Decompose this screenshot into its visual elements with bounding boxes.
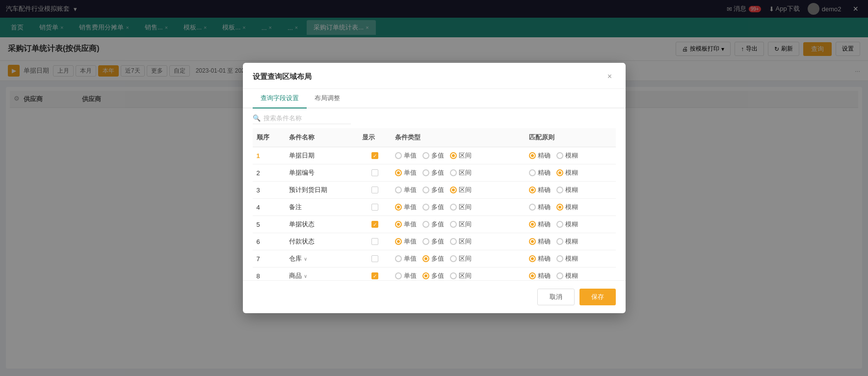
type-radio-单值[interactable]: 单值 xyxy=(395,220,417,229)
row-name: 预计到货日期 xyxy=(285,182,358,199)
match-radio-group: 精确模糊 xyxy=(529,254,611,263)
row-match-cell: 精确模糊 xyxy=(525,164,615,182)
search-input[interactable] xyxy=(263,114,351,122)
type-radio-区间[interactable]: 区间 xyxy=(450,254,472,263)
match-radio-模糊[interactable]: 模糊 xyxy=(556,151,578,160)
type-radio-区间[interactable]: 区间 xyxy=(450,237,472,246)
row-order: 4 xyxy=(253,199,286,216)
match-radio-group: 精确模糊 xyxy=(529,186,611,194)
save-button[interactable]: 保存 xyxy=(579,289,616,305)
type-radio-区间[interactable]: 区间 xyxy=(450,151,472,160)
row-name: 付款状态 xyxy=(285,233,358,250)
modal-table-head: 顺序 条件名称 显示 条件类型 匹配原则 xyxy=(253,128,616,147)
modal-header: 设置查询区域布局 × xyxy=(243,63,626,89)
type-radio-group: 单值多值区间 xyxy=(395,203,521,212)
row-checkbox[interactable] xyxy=(371,238,378,245)
table-row: 7仓库 ∨单值多值区间精确模糊 xyxy=(253,250,616,268)
modal-close-button[interactable]: × xyxy=(604,71,616,82)
match-radio-精确[interactable]: 精确 xyxy=(529,168,551,177)
type-radio-多值[interactable]: 多值 xyxy=(422,168,444,177)
cancel-button[interactable]: 取消 xyxy=(537,289,575,305)
row-checkbox[interactable]: ✓ xyxy=(371,272,378,279)
match-radio-group: 精确模糊 xyxy=(529,151,611,160)
match-radio-精确[interactable]: 精确 xyxy=(529,271,551,280)
th-name: 条件名称 xyxy=(285,128,358,147)
row-checkbox[interactable]: ✓ xyxy=(371,221,378,228)
type-radio-多值[interactable]: 多值 xyxy=(422,271,444,280)
type-radio-多值[interactable]: 多值 xyxy=(422,186,444,194)
row-type-cell: 单值多值区间 xyxy=(391,147,525,164)
match-radio-精确[interactable]: 精确 xyxy=(529,220,551,229)
match-radio-精确[interactable]: 精确 xyxy=(529,151,551,160)
type-radio-多值[interactable]: 多值 xyxy=(422,151,444,160)
match-radio-精确[interactable]: 精确 xyxy=(529,186,551,194)
match-radio-模糊[interactable]: 模糊 xyxy=(556,254,578,263)
modal-tab-layout-adjust[interactable]: 布局调整 xyxy=(307,89,348,108)
row-type-cell: 单值多值区间 xyxy=(391,250,525,268)
table-row: 1单据日期✓单值多值区间精确模糊 xyxy=(253,147,616,164)
row-order: 6 xyxy=(253,233,286,250)
type-radio-单值[interactable]: 单值 xyxy=(395,254,417,263)
type-radio-区间[interactable]: 区间 xyxy=(450,203,472,212)
row-checkbox[interactable] xyxy=(371,204,378,211)
type-radio-多值[interactable]: 多值 xyxy=(422,254,444,263)
row-order: 7 xyxy=(253,250,286,268)
row-type-cell: 单值多值区间 xyxy=(391,216,525,233)
row-order: 1 xyxy=(253,147,286,164)
type-radio-单值[interactable]: 单值 xyxy=(395,186,417,194)
type-radio-区间[interactable]: 区间 xyxy=(450,271,472,280)
match-radio-模糊[interactable]: 模糊 xyxy=(556,271,578,280)
match-radio-模糊[interactable]: 模糊 xyxy=(556,168,578,177)
row-checkbox-cell xyxy=(358,199,391,216)
row-checkbox[interactable]: ✓ xyxy=(371,152,378,159)
search-box: 🔍 xyxy=(253,114,351,124)
modal-tab-query-fields-label: 查询字段设置 xyxy=(261,94,299,102)
type-radio-单值[interactable]: 单值 xyxy=(395,203,417,212)
search-icon: 🔍 xyxy=(253,114,261,122)
row-order: 3 xyxy=(253,182,286,199)
close-icon: × xyxy=(607,72,612,81)
type-radio-group: 单值多值区间 xyxy=(395,220,521,229)
type-radio-group: 单值多值区间 xyxy=(395,237,521,246)
row-checkbox-cell: ✓ xyxy=(358,147,391,164)
match-radio-精确[interactable]: 精确 xyxy=(529,254,551,263)
type-radio-多值[interactable]: 多值 xyxy=(422,203,444,212)
table-row: 4备注单值多值区间精确模糊 xyxy=(253,199,616,216)
type-radio-单值[interactable]: 单值 xyxy=(395,151,417,160)
type-radio-单值[interactable]: 单值 xyxy=(395,237,417,246)
match-radio-模糊[interactable]: 模糊 xyxy=(556,203,578,212)
match-radio-模糊[interactable]: 模糊 xyxy=(556,186,578,194)
row-type-cell: 单值多值区间 xyxy=(391,164,525,182)
type-radio-group: 单值多值区间 xyxy=(395,186,521,194)
table-row: 8商品 ∨✓单值多值区间精确模糊 xyxy=(253,268,616,281)
match-radio-精确[interactable]: 精确 xyxy=(529,203,551,212)
table-row: 3预计到货日期单值多值区间精确模糊 xyxy=(253,182,616,199)
row-checkbox-cell xyxy=(358,233,391,250)
row-name: 单据状态 xyxy=(285,216,358,233)
type-radio-多值[interactable]: 多值 xyxy=(422,220,444,229)
row-checkbox-cell xyxy=(358,182,391,199)
modal-tabs: 查询字段设置 布局调整 xyxy=(243,89,626,108)
type-radio-区间[interactable]: 区间 xyxy=(450,168,472,177)
row-order: 5 xyxy=(253,216,286,233)
match-radio-模糊[interactable]: 模糊 xyxy=(556,237,578,246)
type-radio-单值[interactable]: 单值 xyxy=(395,271,417,280)
match-radio-group: 精确模糊 xyxy=(529,220,611,229)
type-radio-区间[interactable]: 区间 xyxy=(450,186,472,194)
row-type-cell: 单值多值区间 xyxy=(391,199,525,216)
type-radio-区间[interactable]: 区间 xyxy=(450,220,472,229)
match-radio-模糊[interactable]: 模糊 xyxy=(556,220,578,229)
type-radio-group: 单值多值区间 xyxy=(395,168,521,177)
modal-table-header-row: 顺序 条件名称 显示 条件类型 匹配原则 xyxy=(253,128,616,147)
th-order: 顺序 xyxy=(253,128,286,147)
row-checkbox[interactable] xyxy=(371,187,378,193)
th-match: 匹配原则 xyxy=(525,128,615,147)
row-checkbox[interactable] xyxy=(371,255,378,262)
type-radio-group: 单值多值区间 xyxy=(395,151,521,160)
type-radio-多值[interactable]: 多值 xyxy=(422,237,444,246)
match-radio-精确[interactable]: 精确 xyxy=(529,237,551,246)
th-type: 条件类型 xyxy=(391,128,525,147)
type-radio-单值[interactable]: 单值 xyxy=(395,168,417,177)
modal-tab-query-fields[interactable]: 查询字段设置 xyxy=(253,89,307,108)
row-checkbox[interactable] xyxy=(371,169,378,176)
